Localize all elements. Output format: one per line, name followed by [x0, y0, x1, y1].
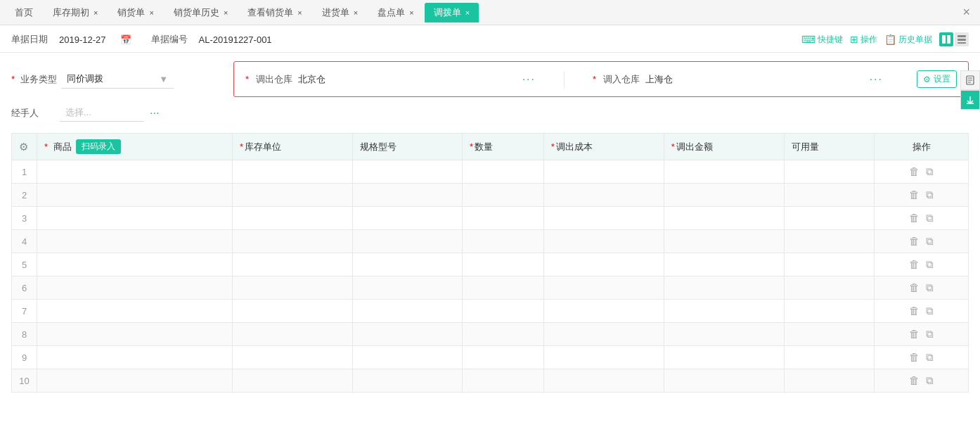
copy-icon[interactable]: ⧉ [926, 212, 934, 224]
warehouse-out-value[interactable]: 北京仓 [298, 73, 325, 86]
delete-icon[interactable]: 🗑 [909, 328, 920, 340]
tab-transfer[interactable]: 调拨单 × [425, 3, 479, 23]
cell-cost-10[interactable] [543, 369, 664, 393]
cell-unit-10[interactable] [232, 369, 352, 393]
cell-unit-3[interactable] [232, 207, 352, 230]
close-icon[interactable]: × [409, 8, 413, 17]
cell-product-5[interactable] [37, 253, 233, 276]
delete-icon[interactable]: 🗑 [909, 305, 920, 317]
cell-amount-1[interactable] [664, 160, 784, 184]
cell-amount-2[interactable] [664, 184, 784, 207]
delete-icon[interactable]: 🗑 [909, 235, 920, 247]
cell-qty-1[interactable] [463, 160, 544, 184]
cell-amount-7[interactable] [664, 300, 784, 323]
cell-available-1[interactable] [784, 160, 874, 184]
cell-available-3[interactable] [784, 207, 874, 230]
cell-product-6[interactable] [37, 276, 233, 300]
cell-spec-7[interactable] [353, 300, 463, 323]
panel-export-icon[interactable] [960, 90, 980, 110]
cell-available-9[interactable] [784, 346, 874, 369]
delete-icon[interactable]: 🗑 [909, 165, 920, 177]
cell-cost-5[interactable] [543, 253, 664, 276]
cell-qty-7[interactable] [463, 300, 544, 323]
close-icon[interactable]: × [297, 8, 302, 17]
delete-icon[interactable]: 🗑 [909, 351, 920, 363]
cell-available-7[interactable] [784, 300, 874, 323]
delete-icon[interactable]: 🗑 [909, 281, 920, 293]
cell-amount-5[interactable] [664, 253, 784, 276]
cell-product-2[interactable] [37, 184, 233, 207]
handler-select[interactable]: 选择... [60, 104, 144, 122]
tab-sales-history[interactable]: 销货单历史 × [165, 3, 237, 23]
cell-product-8[interactable] [37, 323, 233, 346]
cell-spec-9[interactable] [353, 346, 463, 369]
cell-cost-2[interactable] [543, 184, 664, 207]
copy-icon[interactable]: ⧉ [926, 351, 934, 363]
cell-available-10[interactable] [784, 369, 874, 393]
copy-icon[interactable]: ⧉ [926, 305, 934, 317]
cell-cost-8[interactable] [543, 323, 664, 346]
cell-amount-10[interactable] [664, 369, 784, 393]
cell-amount-3[interactable] [664, 207, 784, 230]
cell-unit-7[interactable] [232, 300, 352, 323]
cell-unit-2[interactable] [232, 184, 352, 207]
cell-amount-9[interactable] [664, 346, 784, 369]
tab-home[interactable]: 首页 [6, 3, 42, 23]
cell-cost-4[interactable] [543, 230, 664, 253]
window-close-button[interactable]: × [958, 5, 974, 20]
cell-spec-4[interactable] [353, 230, 463, 253]
cell-unit-8[interactable] [232, 323, 352, 346]
cell-available-4[interactable] [784, 230, 874, 253]
close-icon[interactable]: × [224, 8, 228, 17]
cell-available-8[interactable] [784, 323, 874, 346]
cell-unit-6[interactable] [232, 276, 352, 300]
tab-purchase[interactable]: 进货单 × [313, 3, 367, 23]
history-button[interactable]: 📋 历史单据 [884, 34, 932, 46]
cell-qty-2[interactable] [463, 184, 544, 207]
cell-spec-1[interactable] [353, 160, 463, 184]
cell-spec-5[interactable] [353, 253, 463, 276]
operation-button[interactable]: ⊞ 操作 [850, 34, 877, 46]
scan-button[interactable]: 扫码录入 [76, 139, 121, 154]
cell-product-7[interactable] [37, 300, 233, 323]
cell-unit-1[interactable] [232, 160, 352, 184]
th-gear[interactable]: ⚙ [12, 134, 37, 160]
cell-cost-6[interactable] [543, 276, 664, 300]
gear-icon[interactable]: ⚙ [19, 141, 28, 153]
close-icon[interactable]: × [465, 8, 470, 17]
cell-amount-8[interactable] [664, 323, 784, 346]
tab-inventory-check[interactable]: 盘点单 × [368, 3, 423, 23]
warehouse-out-more-button[interactable]: ··· [522, 73, 536, 86]
copy-icon[interactable]: ⧉ [926, 258, 934, 270]
cell-spec-10[interactable] [353, 369, 463, 393]
cell-spec-3[interactable] [353, 207, 463, 230]
cell-product-9[interactable] [37, 346, 233, 369]
cell-spec-8[interactable] [353, 323, 463, 346]
close-icon[interactable]: × [354, 8, 358, 17]
settings-button[interactable]: ⚙ 设置 [917, 70, 957, 88]
cell-unit-4[interactable] [232, 230, 352, 253]
close-icon[interactable]: × [94, 8, 98, 17]
copy-icon[interactable]: ⧉ [926, 281, 934, 293]
business-type-select[interactable]: 同价调拨 ▼ [61, 70, 174, 89]
cell-qty-3[interactable] [463, 207, 544, 230]
calendar-icon[interactable]: 📅 [120, 34, 131, 45]
copy-icon[interactable]: ⧉ [926, 328, 934, 340]
cell-cost-3[interactable] [543, 207, 664, 230]
cell-available-6[interactable] [784, 276, 874, 300]
cell-qty-4[interactable] [463, 230, 544, 253]
cell-product-4[interactable] [37, 230, 233, 253]
cell-qty-10[interactable] [463, 369, 544, 393]
cell-product-1[interactable] [37, 160, 233, 184]
cell-amount-6[interactable] [664, 276, 784, 300]
date-value[interactable]: 2019-12-27 [59, 34, 106, 45]
close-icon[interactable]: × [149, 8, 153, 17]
shortcut-button[interactable]: ⌨ 快捷键 [801, 34, 843, 46]
cell-amount-4[interactable] [664, 230, 784, 253]
copy-icon[interactable]: ⧉ [926, 235, 934, 247]
warehouse-in-value[interactable]: 上海仓 [645, 73, 673, 86]
cell-unit-9[interactable] [232, 346, 352, 369]
cell-qty-5[interactable] [463, 253, 544, 276]
cell-qty-8[interactable] [463, 323, 544, 346]
handler-more-button[interactable]: ··· [150, 107, 159, 120]
